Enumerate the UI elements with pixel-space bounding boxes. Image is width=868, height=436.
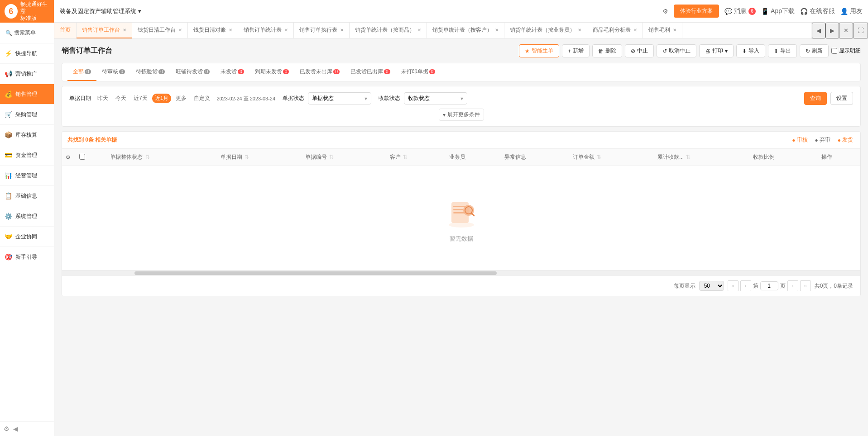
filter-tab-not-shipped[interactable]: 未发货0 bbox=[215, 63, 249, 81]
add-button[interactable]: + 新增 bbox=[562, 44, 590, 57]
scrollbar-thumb[interactable] bbox=[134, 271, 497, 275]
tab-sales-workbench[interactable]: 销售订单工作台✕ bbox=[77, 23, 132, 38]
date-option-更多[interactable]: 更多 bbox=[173, 94, 189, 103]
date-option-近7天[interactable]: 近7天 bbox=[131, 94, 150, 103]
system-title-dropdown[interactable]: 装备及固定资产辅助管理系统 ▾ bbox=[60, 7, 141, 15]
solution-button[interactable]: 体验行业方案 bbox=[674, 5, 719, 18]
filter-tab-label-all: 全部 bbox=[73, 68, 84, 75]
filter-tab-shipped-out[interactable]: 已发货已出库0 bbox=[345, 63, 396, 81]
tab-cargo-stats-staff[interactable]: 销货单统计表（按业务员）✕ bbox=[504, 23, 587, 38]
sidebar-item-newguide[interactable]: 🎯新手引导 bbox=[0, 247, 54, 267]
tab-close-cargo-stats-product[interactable]: ✕ bbox=[417, 28, 421, 33]
tab-product-margin[interactable]: 商品毛利分析表✕ bbox=[587, 23, 643, 38]
sort-icon-number[interactable]: ⇅ bbox=[329, 154, 334, 160]
smart-create-button[interactable]: ★ 智能生单 bbox=[519, 44, 559, 57]
sort-icon-amount[interactable]: ⇅ bbox=[597, 154, 601, 160]
tab-scroll-left[interactable]: ◀ bbox=[812, 23, 825, 38]
settings-icon-button[interactable]: ⚙ bbox=[662, 8, 668, 15]
per-page-select[interactable]: 50 10 20 100 bbox=[699, 281, 724, 291]
col-checkbox[interactable] bbox=[76, 149, 106, 166]
page-header: 销售订单工作台 ★ 智能生单 + 新增 🗑 删除 ⊘ 中止 bbox=[62, 44, 861, 57]
print-button[interactable]: 🖨 打印 ▾ bbox=[699, 44, 734, 57]
settings-footer-button[interactable]: ⚙ bbox=[4, 425, 10, 432]
tab-home[interactable]: 首页 bbox=[54, 23, 77, 38]
refresh-button[interactable]: ↻ 刷新 bbox=[800, 44, 829, 57]
tab-cash-reconcile[interactable]: 钱货日清对账✕ bbox=[188, 23, 238, 38]
sort-icon-collected[interactable]: ⇅ bbox=[686, 154, 691, 160]
sort-icon-client[interactable]: ⇅ bbox=[403, 154, 408, 160]
next-page-button[interactable]: › bbox=[787, 280, 798, 291]
filter-tab-wangpu-pending[interactable]: 旺铺待发货0 bbox=[170, 63, 216, 81]
tab-cargo-stats-product[interactable]: 销货单统计表（按商品）✕ bbox=[350, 23, 427, 38]
expand-more-button[interactable]: ▾ 展开更多条件 bbox=[439, 109, 484, 121]
sidebar-item-basic[interactable]: 📋基础信息 bbox=[0, 186, 54, 206]
prev-page-button[interactable]: ‹ bbox=[740, 280, 751, 291]
filter-tab-shipped-not-out[interactable]: 已发货未出库0 bbox=[294, 63, 345, 81]
delete-button[interactable]: 🗑 删除 bbox=[592, 44, 622, 57]
sidebar-item-sales[interactable]: 💰销售管理 bbox=[0, 84, 54, 104]
payment-select[interactable]: 收款状态 ▾ bbox=[404, 92, 467, 104]
filter-tab-pending-inspect[interactable]: 待拣验货0 bbox=[130, 63, 170, 81]
cancel-stop-button[interactable]: ↺ 取消中止 bbox=[657, 44, 696, 57]
search-menu-button[interactable]: 🔍 搜索菜单 bbox=[4, 26, 50, 39]
filter-settings-button[interactable]: 设置 bbox=[830, 92, 853, 105]
filter-tab-expired-not-shipped[interactable]: 到期未发货0 bbox=[249, 63, 295, 81]
tab-close-sales-exec[interactable]: ✕ bbox=[340, 28, 344, 33]
tab-close-cargo-stats-staff[interactable]: ✕ bbox=[578, 28, 581, 33]
tab-close-sales-stats[interactable]: ✕ bbox=[284, 28, 288, 33]
message-button[interactable]: 💬 消息 6 bbox=[724, 7, 756, 15]
import-button[interactable]: ⬇ 导入 bbox=[736, 44, 765, 57]
app-download-button[interactable]: 📱 App下载 bbox=[761, 7, 795, 15]
sort-icon-date[interactable]: ⇅ bbox=[245, 154, 249, 160]
date-option-自定义[interactable]: 自定义 bbox=[191, 94, 213, 103]
tab-close-cash-daily[interactable]: ✕ bbox=[178, 28, 182, 33]
tab-scroll-right[interactable]: ▶ bbox=[825, 23, 839, 38]
sidebar-item-quick-nav[interactable]: ⚡快捷导航 bbox=[0, 43, 54, 64]
online-service-button[interactable]: 🎧 在线客服 bbox=[800, 7, 835, 15]
date-option-近1月[interactable]: 近1月 bbox=[152, 94, 172, 103]
filter-tab-not-printed[interactable]: 未打印单据0 bbox=[396, 63, 441, 81]
tab-close-sales-more[interactable]: ✕ bbox=[673, 28, 676, 33]
review-action-button[interactable]: ● 审核 bbox=[790, 135, 809, 145]
col-settings[interactable]: ⚙ bbox=[62, 149, 76, 166]
ship-action-button[interactable]: ● 发货 bbox=[836, 135, 855, 145]
horizontal-scrollbar[interactable] bbox=[62, 270, 860, 275]
date-option-昨天[interactable]: 昨天 bbox=[95, 94, 111, 103]
stop-button[interactable]: ⊘ 中止 bbox=[625, 44, 654, 57]
sidebar-item-inventory[interactable]: 📦库存核算 bbox=[0, 125, 54, 145]
export-button[interactable]: ⬆ 导出 bbox=[768, 44, 797, 57]
tab-close-cash-reconcile[interactable]: ✕ bbox=[229, 28, 232, 33]
sort-icon-status[interactable]: ⇅ bbox=[145, 154, 150, 160]
collapse-sidebar-button[interactable]: ◀ bbox=[13, 425, 18, 432]
sidebar-item-operation[interactable]: 📊经营管理 bbox=[0, 166, 54, 186]
query-button[interactable]: 查询 bbox=[804, 92, 827, 105]
filter-tab-all[interactable]: 全部0 bbox=[67, 63, 96, 81]
status-select[interactable]: 单据状态 ▾ bbox=[308, 92, 371, 104]
svg-rect-2 bbox=[453, 206, 466, 207]
tab-close-all[interactable]: ✕ bbox=[839, 23, 853, 38]
sidebar-item-finance[interactable]: 💳资金管理 bbox=[0, 145, 54, 166]
last-page-button[interactable]: » bbox=[800, 280, 811, 291]
tab-sales-stats[interactable]: 销售订单统计表✕ bbox=[238, 23, 294, 38]
date-option-今天[interactable]: 今天 bbox=[113, 94, 129, 103]
sidebar-item-marketing[interactable]: 📢营销推广 bbox=[0, 64, 54, 84]
tab-sales-more[interactable]: 销售毛利✕ bbox=[643, 23, 682, 38]
sidebar-item-enterprise[interactable]: 🤝企业协同 bbox=[0, 227, 54, 247]
sidebar-item-system[interactable]: ⚙️系统管理 bbox=[0, 206, 54, 227]
select-all-checkbox[interactable] bbox=[79, 154, 85, 160]
tab-sales-exec[interactable]: 销售订单执行表✕ bbox=[294, 23, 350, 38]
first-page-button[interactable]: « bbox=[728, 280, 739, 291]
tab-cargo-stats-client[interactable]: 销货单统计表（按客户）✕ bbox=[427, 23, 504, 38]
user-button[interactable]: 👤 用友 bbox=[840, 7, 863, 15]
tab-maximize[interactable]: ⛶ bbox=[853, 23, 868, 38]
filter-tab-pending-review[interactable]: 待审核0 bbox=[96, 63, 131, 81]
tab-close-cargo-stats-client[interactable]: ✕ bbox=[495, 28, 499, 33]
show-detail-checkbox[interactable] bbox=[831, 48, 837, 54]
tab-close-sales-workbench[interactable]: ✕ bbox=[123, 28, 126, 33]
unreviewed-action-button[interactable]: ● 弃审 bbox=[813, 135, 832, 145]
tab-cash-daily[interactable]: 钱货日清工作台✕ bbox=[132, 23, 188, 38]
tab-close-product-margin[interactable]: ✕ bbox=[633, 28, 637, 33]
filter-tab-label-shipped-out: 已发货已出库 bbox=[350, 68, 383, 75]
sidebar-item-purchase[interactable]: 🛒采购管理 bbox=[0, 104, 54, 125]
page-input[interactable] bbox=[760, 281, 778, 290]
